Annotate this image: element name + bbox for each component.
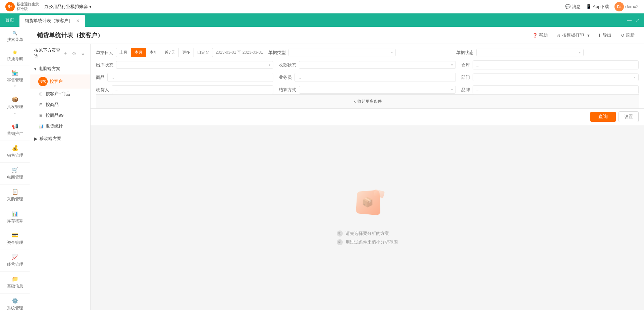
payment-status-label: 收款状态 [279, 62, 296, 68]
goods-label: 商品 [96, 74, 105, 81]
receiver-select[interactable]: ... [112, 85, 273, 94]
sidebar-item-retail[interactable]: 🏪 零售管理 ▾ [0, 65, 30, 92]
print-btn-group: 🖨 按模板打印 ▾ [554, 31, 591, 40]
empty-hints: ① 请先选择要分析的方案 ② 用过滤条件来缩小分析范围 [337, 230, 398, 245]
sidebar-label-operations: 经营管理 [7, 262, 23, 267]
app-download-btn[interactable]: 📱 App下载 [586, 4, 609, 10]
order-status-select[interactable]: ▾ [476, 49, 584, 56]
print-label: 按模板打印 [562, 32, 584, 38]
scheme-group-desktop-title[interactable]: ▾ 电脑端方案 [30, 63, 90, 74]
order-status-cell: 单据状态 ▾ [456, 49, 639, 56]
sidebar-label-search: 搜索菜单 [7, 37, 23, 43]
refresh-btn[interactable]: ↺ 刷新 [618, 31, 637, 40]
message-btn[interactable]: 💬 消息 [565, 4, 581, 10]
brand-select[interactable]: ... [473, 85, 639, 94]
logo-text: 畅捷通好生意 标准版 [17, 2, 39, 11]
sidebar-label-sales: 销售管理 [7, 153, 23, 158]
stock-status-label: 出库状态 [96, 62, 113, 68]
logo-icon: 好 [5, 2, 15, 11]
date-btn-7days[interactable]: 近7天 [161, 48, 179, 57]
scheme-item-by-customer-goods-label: 按客户+商品 [46, 91, 70, 97]
sidebar-item-search[interactable]: 🔍 搜索菜单 [0, 27, 30, 47]
tab-sales-stats[interactable]: 销货单统计表（按客户） ✕ [19, 15, 85, 27]
sidebar-item-basic-info[interactable]: 📁 基础信息 [0, 272, 30, 294]
scheme-item-icon-4: 📊 [38, 123, 44, 129]
department-select[interactable]: ▾ [473, 73, 639, 81]
sidebar-item-operations[interactable]: 📈 经营管理 [0, 250, 30, 272]
goods-select[interactable]: ... [107, 73, 273, 82]
scheme-active-icon: 按客 [38, 77, 48, 86]
warehouse-select[interactable]: ... [473, 60, 639, 69]
collapse-btn[interactable]: ∧ 收起更多条件 [348, 97, 387, 106]
query-btn[interactable]: 查询 [590, 112, 616, 122]
hint-num-1: ① [337, 230, 343, 237]
sidebar-item-quick-nav[interactable]: ⭐ 快捷导航 [0, 47, 30, 65]
win-minimize-btn[interactable]: — [627, 17, 632, 23]
date-btn-last-month[interactable]: 上月 [116, 48, 131, 57]
settlement-label: 结算方式 [279, 87, 296, 93]
tab-close-btn[interactable]: ✕ [76, 18, 79, 23]
scheme-item-return-stats[interactable]: 📊 退货统计 [30, 121, 90, 132]
sidebar-item-purchase[interactable]: 📋 采购管理 [0, 185, 30, 206]
main-layout: 🔍 搜索菜单 ⭐ 快捷导航 🏪 零售管理 ▾ 📦 批发管理 ▴ 📢 营销推广 💰… [0, 27, 644, 310]
warehouse-cell: 仓库 ... [461, 60, 639, 69]
sidebar-item-marketing[interactable]: 📢 营销推广 [0, 119, 30, 141]
scheme-item-by-goods-99[interactable]: ⊟ 按商品99 [30, 110, 90, 121]
scheme-item-by-customer-goods[interactable]: ⊞ 按客户+商品 [30, 89, 90, 99]
print-btn[interactable]: 🖨 按模板打印 [554, 31, 586, 40]
app-selector-arrow: ▾ [89, 4, 92, 9]
sidebar-label-finance: 资金管理 [7, 240, 23, 246]
settlement-select[interactable]: ▾ [299, 86, 456, 94]
scheme-group-mobile: ▶ 移动端方案 [30, 133, 90, 144]
sidebar: 🔍 搜索菜单 ⭐ 快捷导航 🏪 零售管理 ▾ 📦 批发管理 ▴ 📢 营销推广 💰… [0, 27, 30, 310]
sidebar-item-system[interactable]: ⚙️ 系统管理 [0, 294, 30, 310]
scheme-group-mobile-title[interactable]: ▶ 移动端方案 [30, 133, 90, 144]
stock-status-select[interactable]: ▾ [116, 61, 273, 69]
filter-section: 单据日期 上月 本月 本年 近7天 更多 自定义 2023-03-01 至 20… [91, 44, 644, 109]
order-status-label: 单据状态 [456, 50, 474, 56]
date-btn-this-year[interactable]: 本年 [146, 48, 161, 57]
help-btn[interactable]: ❓ 帮助 [530, 31, 550, 40]
user-area[interactable]: Ea demo2 [614, 2, 639, 11]
sidebar-item-ecommerce[interactable]: 🛒 电商管理 [0, 163, 30, 185]
top-bar-right: 💬 消息 📱 App下载 Ea demo2 [565, 2, 639, 11]
help-label: 帮助 [539, 32, 548, 38]
scheme-item-icon-3: ⊟ [38, 113, 44, 118]
hint-text-1: 请先选择要分析的方案 [345, 230, 389, 237]
export-btn[interactable]: ⬇ 导出 [595, 31, 614, 40]
scheme-item-by-customer[interactable]: 按客 按客户 [30, 74, 90, 89]
export-icon: ⬇ [598, 33, 601, 38]
sidebar-item-wholesale[interactable]: 📦 批发管理 ▴ [0, 92, 30, 119]
sidebar-label-quick-nav: 快捷导航 [7, 56, 23, 62]
refresh-icon: ↺ [621, 33, 625, 38]
filter-row-2: 出库状态 ▾ 收款状态 ▾ [96, 60, 639, 69]
download-icon: 📱 [586, 4, 591, 9]
app-download-label: App下载 [593, 4, 609, 10]
settings-btn[interactable]: 设置 [619, 111, 639, 122]
hint-text-2: 用过滤条件来缩小分析范围 [345, 239, 398, 245]
date-btn-more[interactable]: 更多 [178, 48, 194, 57]
tab-home[interactable]: 首页 [0, 13, 19, 27]
scheme-item-by-goods[interactable]: ⊟ 按商品 [30, 99, 90, 110]
department-cell: 部门 ▾ [461, 73, 639, 81]
date-btn-this-month[interactable]: 本月 [131, 48, 146, 57]
date-btn-group: 上月 本月 本年 近7天 更多 自定义 [116, 48, 213, 57]
payment-status-select[interactable]: ▾ [299, 61, 456, 69]
system-icon: ⚙️ [12, 298, 18, 304]
sidebar-item-inventory[interactable]: 📊 库存核算 [0, 206, 30, 228]
salesperson-select[interactable]: ... [294, 73, 456, 82]
date-btn-custom[interactable]: 自定义 [194, 48, 213, 57]
scheme-collapse-btn[interactable]: « [79, 50, 86, 57]
win-maximize-btn[interactable]: ⤢ [635, 17, 640, 23]
scheme-add-btn[interactable]: ＋ [62, 50, 69, 57]
sidebar-item-sales[interactable]: 💰 销售管理 [0, 141, 30, 163]
print-arrow-btn[interactable]: ▾ [586, 32, 591, 39]
main-content-row: 按以下方案查询 ＋ ⊙ « ▾ 电脑端方案 按客 按 [30, 44, 644, 310]
finance-icon: 💳 [12, 232, 18, 239]
content-area: 销货单统计表（按客户） ❓ 帮助 🖨 按模板打印 ▾ ⬇ 导出 [30, 27, 644, 310]
order-type-select[interactable]: ▾ [288, 49, 396, 56]
sidebar-item-finance[interactable]: 💳 资金管理 [0, 228, 30, 250]
app-selector[interactable]: 办公用品行业模拟账套 ▾ [42, 2, 94, 11]
scheme-settings-btn[interactable]: ⊙ [71, 50, 77, 57]
scheme-group-desktop-arrow: ▾ [34, 66, 37, 71]
